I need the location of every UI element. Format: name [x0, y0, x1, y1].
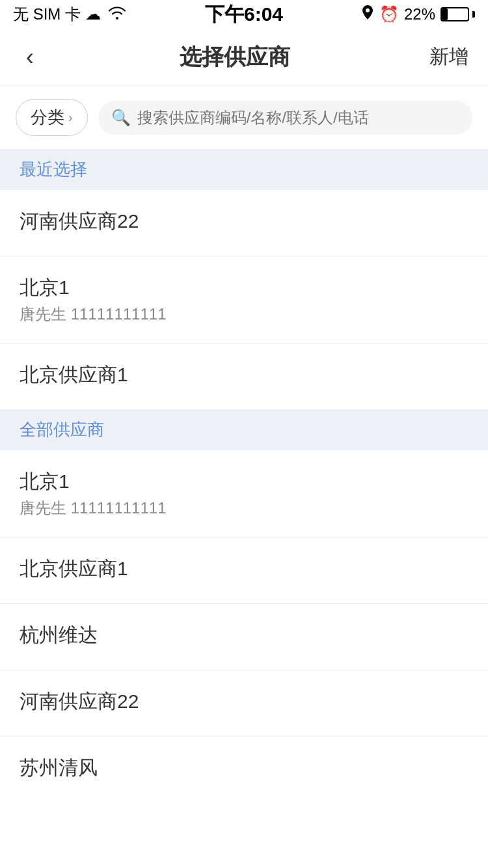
item-name: 北京供应商1 [20, 556, 468, 582]
wifi-icon [107, 5, 127, 23]
sim-status: 无 SIM 卡 ☁ [13, 4, 101, 25]
all-section-label: 全部供应商 [20, 420, 104, 439]
battery-percent: 22% [404, 5, 435, 23]
search-icon: 🔍 [111, 109, 131, 127]
all-list-item[interactable]: 苏州清风 [0, 737, 488, 802]
search-box: 🔍 [98, 101, 472, 135]
all-list-item[interactable]: 杭州维达 [0, 604, 488, 670]
page-title: 选择供应商 [180, 42, 290, 72]
status-right: ⏰ 22% [361, 5, 475, 23]
category-label: 分类 [31, 106, 64, 129]
all-section-header: 全部供应商 [0, 409, 488, 450]
category-filter-button[interactable]: 分类 › [16, 99, 88, 136]
location-icon [361, 5, 374, 23]
recent-items-list: 河南供应商22北京1唐先生 11111111111北京供应商1 [0, 190, 488, 409]
item-name: 北京1 [20, 468, 468, 495]
item-name: 苏州清风 [20, 755, 468, 781]
nav-bar: ‹ 选择供应商 新增 [0, 29, 488, 86]
status-left: 无 SIM 卡 ☁ [13, 4, 127, 25]
status-bar: 无 SIM 卡 ☁ 下午6:04 ⏰ 22% [0, 0, 488, 29]
search-input[interactable] [137, 109, 459, 127]
all-items-list: 北京1唐先生 11111111111北京供应商1杭州维达河南供应商22苏州清风 [0, 450, 488, 802]
battery-icon [441, 7, 475, 21]
recent-list-item[interactable]: 北京供应商1 [0, 344, 488, 409]
recent-section-label: 最近选择 [20, 159, 87, 179]
recent-list-item[interactable]: 河南供应商22 [0, 190, 488, 256]
alarm-icon: ⏰ [379, 5, 399, 23]
recent-list-item[interactable]: 北京1唐先生 11111111111 [0, 256, 488, 344]
all-list-item[interactable]: 北京供应商1 [0, 537, 488, 604]
all-list-item[interactable]: 河南供应商22 [0, 670, 488, 737]
item-name: 河南供应商22 [20, 208, 468, 235]
all-list-item[interactable]: 北京1唐先生 11111111111 [0, 450, 488, 537]
filter-row: 分类 › 🔍 [0, 86, 488, 149]
recent-section-header: 最近选择 [0, 149, 488, 190]
add-button[interactable]: 新增 [429, 44, 468, 70]
item-name: 北京供应商1 [20, 362, 468, 388]
back-button[interactable]: ‹ [20, 37, 40, 77]
item-name: 北京1 [20, 275, 468, 301]
item-sub: 唐先生 11111111111 [20, 304, 468, 325]
item-name: 杭州维达 [20, 622, 468, 649]
item-name: 河南供应商22 [20, 688, 468, 715]
chevron-right-icon: › [68, 110, 73, 125]
item-sub: 唐先生 11111111111 [20, 498, 468, 519]
status-time: 下午6:04 [205, 1, 283, 28]
